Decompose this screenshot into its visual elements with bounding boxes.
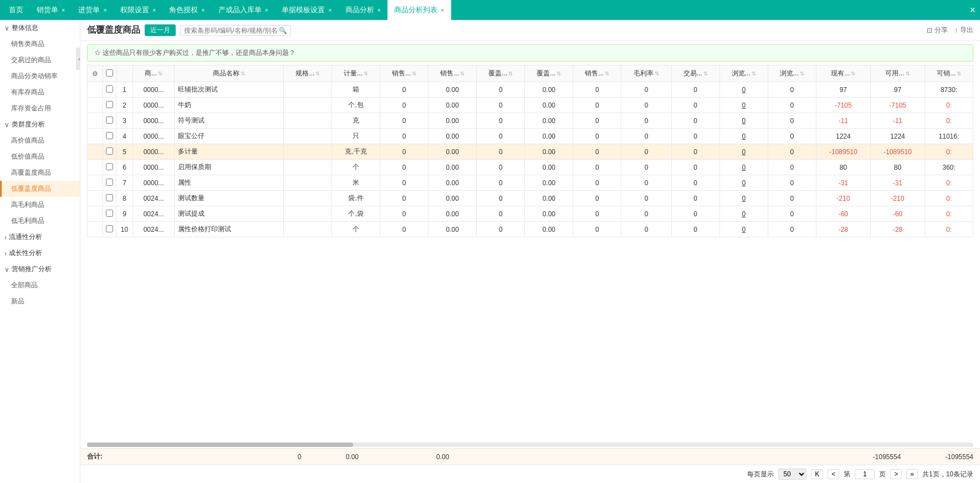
browse2-column-header[interactable]: 浏览...⇅ <box>768 65 816 82</box>
export-button[interactable]: ↑ 导出 <box>955 26 973 35</box>
sidebar-section-overview[interactable]: ∨ 整体信息 <box>0 20 80 36</box>
close-icon[interactable]: × <box>328 7 331 13</box>
current-column-header[interactable]: 现有...⇅ <box>816 65 870 82</box>
close-icon[interactable]: × <box>152 7 156 13</box>
search-input[interactable] <box>184 27 279 34</box>
close-icon[interactable]: × <box>103 7 106 13</box>
row-browse1[interactable]: 0 <box>719 206 768 222</box>
cover1-column-header[interactable]: 覆盖...⇅ <box>477 65 525 82</box>
sidebar-item-traded-products[interactable]: 交易过的商品 <box>0 52 80 68</box>
row-checkbox[interactable] <box>103 82 116 98</box>
row-settings <box>88 144 103 160</box>
sidebar-item-high-coverage[interactable]: 高覆盖度商品 <box>0 165 80 181</box>
name-column-header[interactable]: 商品名称⇅ <box>175 65 284 82</box>
row-browse1[interactable]: 0 <box>719 98 768 113</box>
horizontal-scrollbar[interactable] <box>87 443 973 447</box>
row-trade: 0 <box>671 206 719 222</box>
sidebar-item-inventory-capital[interactable]: 库存资金占用 <box>0 100 80 116</box>
row-checkbox[interactable] <box>103 191 116 206</box>
last-page-button[interactable]: » <box>906 469 918 479</box>
row-checkbox[interactable] <box>103 160 116 175</box>
sidebar-item-category-turnover[interactable]: 商品分类动销率 <box>0 68 80 84</box>
sidebar-section-growth[interactable]: › 成长性分析 <box>0 245 80 261</box>
first-page-button[interactable]: K <box>811 469 823 479</box>
sort-icon: ⇅ <box>364 70 368 77</box>
nav-tab-product-storage[interactable]: 产成品入库单 × <box>212 0 275 20</box>
settings-column-header[interactable]: ⚙ <box>88 65 103 82</box>
row-checkbox[interactable] <box>103 222 116 237</box>
nav-tab-home[interactable]: 首页 <box>2 0 30 20</box>
sidebar-item-high-gross[interactable]: 高毛利商品 <box>0 197 80 213</box>
of-label: 页 <box>879 470 886 479</box>
row-checkbox[interactable] <box>103 113 116 129</box>
row-browse1[interactable]: 0 <box>719 144 768 160</box>
sales2-column-header[interactable]: 销售...⇅ <box>573 65 621 82</box>
row-browse1[interactable]: 0 <box>719 113 768 129</box>
trade-column-header[interactable]: 交易...⇅ <box>671 65 719 82</box>
spec-column-header[interactable]: 规格...⇅ <box>284 65 332 82</box>
checkbox-column-header[interactable] <box>103 65 116 82</box>
row-browse1[interactable]: 0 <box>719 160 768 175</box>
nav-tab-template[interactable]: 单据模板设置 × <box>275 0 338 20</box>
row-checkbox[interactable] <box>103 98 116 113</box>
nav-tab-role[interactable]: 角色授权 × <box>162 0 211 20</box>
row-browse1[interactable]: 0 <box>719 129 768 144</box>
close-icon[interactable]: × <box>265 7 268 13</box>
sidebar-section-marketing[interactable]: ∨ 营销推广分析 <box>0 261 80 277</box>
close-icon[interactable]: × <box>377 7 381 13</box>
nav-tab-purchase[interactable]: 进货单 × <box>72 0 113 20</box>
sidebar-item-in-stock[interactable]: 有库存商品 <box>0 84 80 100</box>
close-icon[interactable]: × <box>62 7 65 13</box>
row-checkbox[interactable] <box>103 129 116 144</box>
sidebar-item-low-value[interactable]: 低价值商品 <box>0 149 80 165</box>
row-browse1[interactable]: 0 <box>719 82 768 98</box>
row-available: -1089510 <box>870 144 925 160</box>
prev-page-button[interactable]: < <box>828 469 839 479</box>
sidebar-collapse-button[interactable]: « <box>76 48 80 70</box>
sales-qty-column-header[interactable]: 销售...⇅ <box>380 65 428 82</box>
available-column-header[interactable]: 可用...⇅ <box>870 65 925 82</box>
row-checkbox[interactable] <box>103 175 116 191</box>
scrollbar-thumb[interactable] <box>87 443 353 447</box>
code-column-header[interactable]: 商...⇅ <box>133 65 175 82</box>
sidebar-item-all-products[interactable]: 全部商品 <box>0 277 80 293</box>
chevron-down-icon: ∨ <box>4 121 9 129</box>
settings-icon[interactable]: ⚙ <box>92 70 98 78</box>
per-page-select[interactable]: 50 20 100 200 <box>778 469 807 480</box>
row-browse1[interactable]: 0 <box>719 175 768 191</box>
next-page-button[interactable]: > <box>890 469 902 479</box>
browse1-column-header[interactable]: 浏览...⇅ <box>719 65 768 82</box>
sidebar-item-sales-products[interactable]: 销售类商品 <box>0 36 80 52</box>
close-icon[interactable]: × <box>201 7 205 13</box>
close-all-button[interactable]: × <box>969 4 976 16</box>
sidebar-item-low-gross[interactable]: 低毛利商品 <box>0 213 80 229</box>
row-spec <box>284 113 332 129</box>
sidebar-section-cluster[interactable]: ∨ 类群度分析 <box>0 116 80 133</box>
nav-tab-sales[interactable]: 销货单 × <box>30 0 72 20</box>
sidebar-item-low-coverage[interactable]: 低覆盖度商品 <box>0 181 80 197</box>
sales-amt-column-header[interactable]: 销售...⇅ <box>428 65 477 82</box>
date-filter-button[interactable]: 近一月 <box>145 24 176 36</box>
sort-icon: ⇅ <box>412 70 416 77</box>
table-row: 3 0000... 符号测试 克 0 0.00 0 0.00 0 0 0 0 0… <box>88 113 973 129</box>
sidebar-item-high-value[interactable]: 高价值商品 <box>0 133 80 149</box>
row-checkbox[interactable] <box>103 144 116 160</box>
gross-column-header[interactable]: 毛利率⇅ <box>621 65 671 82</box>
row-cover1: 0 <box>477 113 525 129</box>
sidebar-section-liquidity[interactable]: › 流通性分析 <box>0 229 80 245</box>
row-browse1[interactable]: 0 <box>719 222 768 237</box>
row-checkbox[interactable] <box>103 206 116 222</box>
page-input[interactable] <box>855 469 875 479</box>
cover2-column-header[interactable]: 覆盖...⇅ <box>525 65 573 82</box>
nav-tab-product-analysis-list[interactable]: 商品分析列表 × <box>387 0 451 20</box>
select-all-checkbox[interactable] <box>106 69 113 77</box>
sidebar-item-new-products[interactable]: 新品 <box>0 293 80 309</box>
close-icon[interactable]: × <box>441 7 444 13</box>
nav-tab-product-analysis[interactable]: 商品分析 × <box>339 0 387 20</box>
share-button[interactable]: ⊡ 分享 <box>927 26 948 35</box>
row-trade: 0 <box>671 98 719 113</box>
sellable-column-header[interactable]: 可销...⇅ <box>925 65 973 82</box>
nav-tab-permission[interactable]: 权限设置 × <box>114 0 162 20</box>
row-browse1[interactable]: 0 <box>719 191 768 206</box>
unit-column-header[interactable]: 计量...⇅ <box>332 65 380 82</box>
